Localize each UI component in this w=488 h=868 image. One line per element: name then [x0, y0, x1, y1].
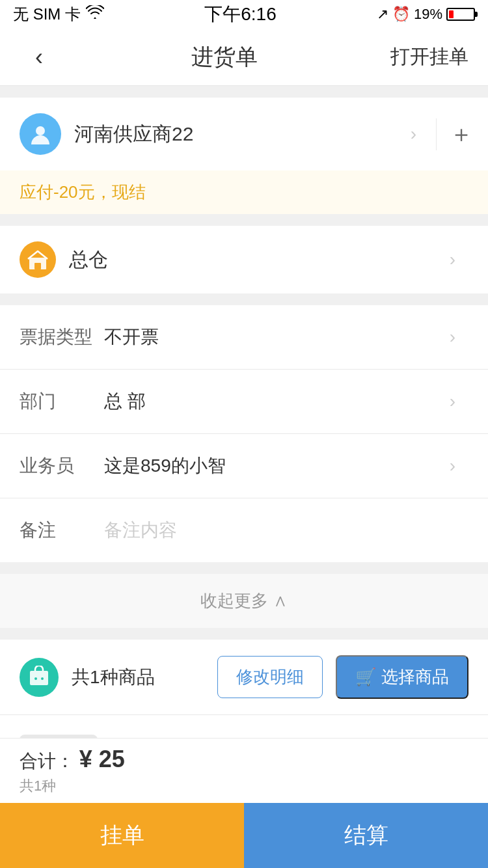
salesman-label: 业务员	[20, 454, 104, 478]
warehouse-icon	[20, 241, 56, 278]
salesman-row[interactable]: 业务员 这是859的小智 ›	[0, 434, 488, 498]
settle-button[interactable]: 结算	[244, 803, 488, 868]
back-button[interactable]: ‹	[20, 38, 59, 77]
location-icon: ↗	[377, 6, 388, 23]
bottom-actions: 挂单 结算	[0, 803, 488, 868]
wifi-icon	[86, 5, 104, 23]
remark-row[interactable]: 备注 备注内容	[0, 498, 488, 562]
department-label: 部门	[20, 389, 104, 414]
bottom-summary: 合计： ¥ 25 共1种	[0, 738, 488, 803]
edit-detail-button[interactable]: 修改明细	[217, 656, 323, 698]
remark-input[interactable]: 备注内容	[104, 518, 468, 543]
product-header: 共1种商品 修改明细 🛒 选择商品	[0, 640, 488, 714]
divider-top	[0, 86, 488, 98]
alarm-icon: ⏰	[392, 6, 410, 23]
invoice-value: 不开票	[104, 325, 450, 349]
remark-label: 备注	[20, 518, 104, 543]
salesman-chevron-icon: ›	[450, 455, 455, 476]
invoice-row[interactable]: 票据类型 不开票 ›	[0, 305, 488, 369]
salesman-value: 这是859的小智	[104, 454, 450, 478]
status-time: 下午6:16	[204, 2, 277, 27]
status-carrier: 无 SIM 卡	[13, 4, 104, 25]
page-title: 进货单	[191, 42, 258, 72]
svg-point-5	[41, 677, 44, 680]
svg-rect-3	[30, 671, 48, 685]
open-hang-button[interactable]: 打开挂单	[390, 44, 468, 70]
product-count-label: 共1种商品	[72, 665, 204, 690]
divider-1	[0, 214, 488, 226]
warehouse-chevron-icon: ›	[450, 249, 455, 270]
department-row[interactable]: 部门 总 部 ›	[0, 370, 488, 433]
collapse-label: 收起更多 ∧	[200, 590, 287, 612]
invoice-label: 票据类型	[20, 325, 104, 349]
chevron-right-icon: ›	[411, 124, 416, 144]
svg-rect-2	[34, 263, 41, 269]
department-chevron-icon: ›	[450, 391, 455, 412]
add-supplier-button[interactable]: ＋	[436, 118, 468, 150]
warehouse-name: 总仓	[69, 247, 450, 273]
supplier-name: 河南供应商22	[74, 121, 411, 148]
svg-point-0	[36, 126, 45, 135]
divider-2	[0, 293, 488, 305]
svg-point-4	[34, 677, 37, 680]
hang-button[interactable]: 挂单	[0, 803, 244, 868]
total-count: 共1种	[20, 776, 468, 796]
collapse-row[interactable]: 收起更多 ∧	[0, 574, 488, 628]
status-right: ↗ ⏰ 19%	[377, 6, 475, 23]
product-count-icon	[20, 658, 59, 697]
invoice-chevron-icon: ›	[450, 327, 455, 347]
battery-percent: 19%	[414, 6, 442, 23]
warning-banner: 应付-20元，现结	[0, 170, 488, 214]
nav-bar: ‹ 进货单 打开挂单	[0, 29, 488, 86]
divider-4	[0, 628, 488, 640]
select-product-button[interactable]: 🛒 选择商品	[336, 655, 468, 699]
warehouse-row[interactable]: 总仓 ›	[0, 226, 488, 293]
supplier-row[interactable]: 河南供应商22 › ＋	[0, 98, 488, 170]
cart-icon: 🛒	[355, 667, 376, 687]
divider-3	[0, 562, 488, 574]
total-amount: 合计： ¥ 25	[20, 746, 468, 774]
department-value: 总 部	[104, 389, 450, 414]
supplier-avatar	[20, 113, 61, 155]
status-bar: 无 SIM 卡 下午6:16 ↗ ⏰ 19%	[0, 0, 488, 29]
battery-icon	[446, 8, 475, 21]
